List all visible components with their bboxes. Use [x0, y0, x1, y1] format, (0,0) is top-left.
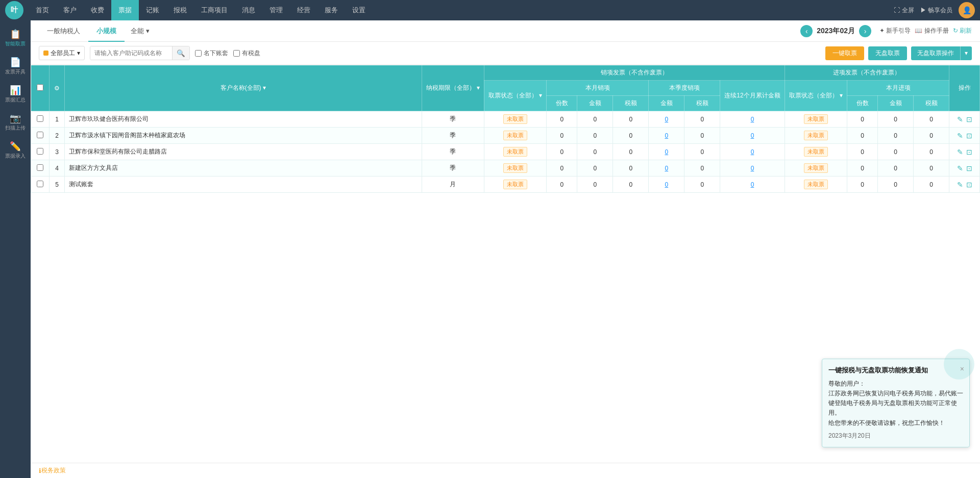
sales-quarter-amount-link[interactable]: 0: [665, 165, 668, 172]
sidebar-item-invoice-summary[interactable]: 📊 票据汇总: [0, 82, 31, 108]
sales-year-total-link[interactable]: 0: [751, 148, 754, 156]
under-name-checkbox[interactable]: [195, 50, 202, 57]
notification-popup: × 一键报税与无盘取票功能恢复通知 尊敬的用户： 江苏政务网已恢复访问电子税务局…: [822, 359, 970, 447]
sales-quarter-amount-link[interactable]: 0: [665, 181, 668, 188]
tab-general-taxpayer[interactable]: 一般纳税人: [39, 20, 88, 42]
diskless-fetch-button[interactable]: 无盘取票: [868, 46, 907, 60]
row-no-cell: 3: [50, 144, 65, 160]
edit-icon-1[interactable]: ✎: [957, 132, 963, 140]
nav-fee[interactable]: 收费: [84, 0, 111, 20]
user-avatar[interactable]: 👤: [959, 2, 975, 18]
edit-icon-0[interactable]: ✎: [957, 115, 963, 123]
sales-quarter-amount-link[interactable]: 0: [665, 116, 668, 123]
tab-all[interactable]: 全能 ▾: [125, 27, 156, 36]
row-checkbox-1[interactable]: [37, 132, 43, 138]
row-sales-quarter-tax: 0: [684, 111, 720, 128]
year-total-subheader: 连续12个月累计金额: [720, 81, 785, 111]
table-row: 1 卫辉市玖玖健合医药有限公司 季 未取票 0 0 0 0 0 0 未取票 0 …: [31, 111, 980, 128]
row-input-month-amount: 0: [878, 111, 914, 128]
sales-invoice-group-header: 销项发票（不含作废票）: [484, 65, 785, 81]
customer-filter-icon[interactable]: ▾: [263, 84, 266, 91]
nav-tax[interactable]: 报税: [166, 0, 194, 20]
row-customer-cell: 卫辉市汲水镇下园闸音阁苗木种植家庭农场: [65, 128, 422, 144]
sales-year-total-link[interactable]: 0: [751, 181, 754, 188]
sales-month-tax-header: 税额: [613, 96, 649, 111]
row-input-month-amount: 0: [878, 160, 914, 177]
settings-icon[interactable]: ⚙: [54, 85, 60, 92]
operation-manual-link[interactable]: 📖 操作手册: [915, 27, 948, 35]
sidebar-item-invoice-summary-label: 票据汇总: [5, 96, 26, 104]
select-all-checkbox[interactable]: [37, 84, 43, 91]
employee-select[interactable]: 全部员工 ▾: [39, 46, 85, 60]
sidebar-item-invoice-entry[interactable]: ✏️ 票据录入: [0, 138, 31, 164]
beginner-guide-link[interactable]: ✦ 新手引导: [879, 27, 911, 35]
row-checkbox-2[interactable]: [37, 148, 43, 155]
edit-icon-3[interactable]: ✎: [957, 164, 963, 172]
has-tax-disk-checkbox-label[interactable]: 有税盘: [233, 49, 260, 58]
prev-period-button[interactable]: ‹: [800, 25, 813, 37]
row-tax-period-cell: 季: [422, 160, 484, 177]
nav-bookkeeping[interactable]: 记账: [139, 0, 166, 20]
has-tax-disk-checkbox[interactable]: [233, 50, 240, 57]
row-input-month-tax: 0: [914, 128, 949, 144]
search-button[interactable]: 🔍: [172, 46, 189, 60]
popup-close-button[interactable]: ×: [960, 363, 964, 374]
row-customer-cell: 测试账套: [65, 177, 422, 193]
sales-quarter-amount-link[interactable]: 0: [665, 132, 668, 139]
view-icon-3[interactable]: ⊡: [966, 164, 972, 172]
view-icon-0[interactable]: ⊡: [966, 115, 972, 123]
nav-service[interactable]: 服务: [317, 0, 345, 20]
customer-search-box: 🔍: [90, 46, 190, 60]
employee-label: 全部员工: [51, 49, 75, 58]
customer-search-input[interactable]: [90, 46, 172, 60]
nav-operation[interactable]: 经营: [290, 0, 317, 20]
tab-small-scale[interactable]: 小规模: [88, 20, 125, 42]
under-name-checkbox-label[interactable]: 名下账套: [195, 49, 228, 58]
popup-greeting: 尊敬的用户：: [828, 379, 963, 389]
view-icon-4[interactable]: ⊡: [966, 181, 972, 189]
sales-status-filter-icon[interactable]: ▾: [539, 92, 542, 99]
row-sales-month-count: 0: [547, 111, 577, 128]
nav-business[interactable]: 工商项目: [194, 0, 235, 20]
row-checkbox-0[interactable]: [37, 115, 43, 122]
row-tax-period-cell: 季: [422, 111, 484, 128]
view-icon-1[interactable]: ⊡: [966, 132, 972, 140]
nav-manage[interactable]: 管理: [262, 0, 290, 20]
row-checkbox-4[interactable]: [37, 181, 43, 187]
diskless-ops-arrow-button[interactable]: ▾: [960, 46, 972, 60]
invoice-table: ⚙ 客户名称(全部) ▾ 纳税期限（全部） ▾ 销项发票（不含作废票） 进项发票…: [31, 65, 980, 193]
row-sales-month-tax: 0: [613, 177, 649, 193]
sidebar-item-smart-fetch[interactable]: 📋 智能取票: [0, 26, 31, 52]
nav-menu: 首页 客户 收费 票据 记账 报税 工商项目 消息 管理 经营 服务 设置: [29, 0, 894, 20]
tax-policy-link[interactable]: 税务政策: [41, 466, 66, 475]
sales-quarter-amount-link[interactable]: 0: [665, 148, 668, 156]
sales-year-total-link[interactable]: 0: [751, 165, 754, 172]
nav-invoice[interactable]: 票据: [111, 0, 139, 20]
edit-icon-2[interactable]: ✎: [957, 148, 963, 156]
one-key-fetch-button[interactable]: 一键取票: [825, 46, 864, 60]
nav-home[interactable]: 首页: [29, 0, 56, 20]
row-no-cell: 4: [50, 160, 65, 177]
sidebar-item-open-invoice[interactable]: 📄 发票开具: [0, 54, 31, 80]
input-month-amount-header: 金额: [878, 96, 914, 111]
tax-period-filter-icon[interactable]: ▾: [477, 84, 480, 91]
fullscreen-btn[interactable]: ⛶ 全屏: [894, 6, 914, 15]
nav-customer[interactable]: 客户: [56, 0, 84, 20]
nav-message[interactable]: 消息: [235, 0, 262, 20]
sidebar-item-scan-upload[interactable]: 📷 扫描上传: [0, 110, 31, 136]
row-input-month-tax: 0: [914, 160, 949, 177]
edit-icon-4[interactable]: ✎: [957, 181, 963, 189]
row-input-month-count: 0: [847, 128, 878, 144]
row-checkbox-3[interactable]: [37, 164, 43, 171]
sidebar-item-smart-fetch-label: 智能取票: [5, 40, 26, 47]
input-status-filter-icon[interactable]: ▾: [840, 92, 843, 99]
diskless-ops-main-button[interactable]: 无盘取票操作: [911, 46, 960, 60]
sales-year-total-link[interactable]: 0: [751, 116, 754, 123]
sales-year-total-link[interactable]: 0: [751, 132, 754, 139]
nav-settings[interactable]: 设置: [345, 0, 373, 20]
row-sales-quarter-tax: 0: [684, 144, 720, 160]
next-period-button[interactable]: ›: [859, 25, 871, 37]
refresh-button[interactable]: ↻ 刷新: [953, 27, 972, 35]
view-icon-2[interactable]: ⊡: [966, 148, 972, 156]
vip-btn[interactable]: ▶ 畅享会员: [920, 6, 952, 15]
